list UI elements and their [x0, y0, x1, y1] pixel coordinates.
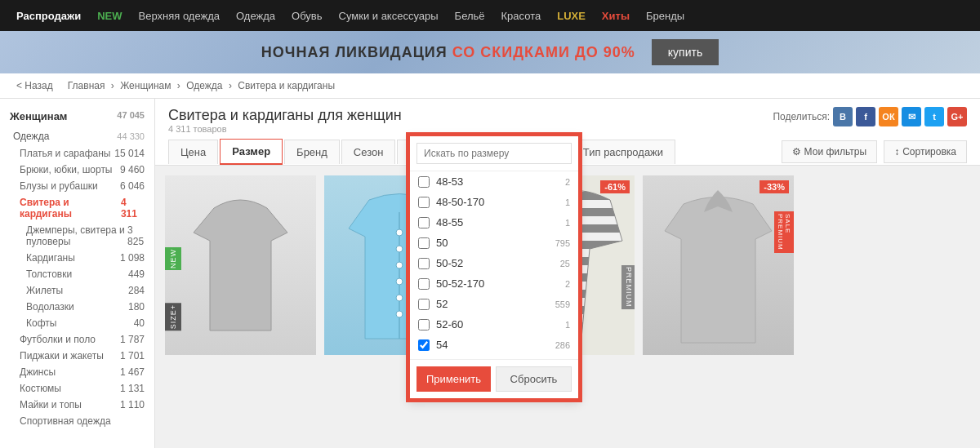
size-list-item[interactable]: 54286: [410, 335, 578, 355]
share-vk-button[interactable]: В: [833, 107, 853, 126]
banner-text: НОЧНАЯ ЛИКВИДАЦИЯ СО СКИДКАМИ ДО 90%: [261, 44, 635, 61]
page-title: Свитера и кардиганы для женщин: [168, 107, 402, 124]
nav-item-bags[interactable]: Сумки и аксессуары: [339, 10, 439, 22]
share-twitter-button[interactable]: t: [924, 107, 944, 126]
size-label-text: 48-55: [436, 216, 559, 228]
size-count-text: 286: [555, 340, 570, 350]
nav-item-new[interactable]: NEW: [97, 10, 122, 22]
size-checkbox[interactable]: [418, 176, 430, 188]
filter-tab-season[interactable]: Сезон: [341, 140, 396, 164]
product-card-1[interactable]: NEW SIZE+: [165, 175, 316, 355]
sidebar-item-sweaters[interactable]: Свитера и кардиганы 4 311: [0, 194, 154, 222]
sidebar-item-tshirts[interactable]: Футболки и поло 1 787: [0, 331, 154, 348]
svg-point-1: [396, 229, 403, 236]
size-checkbox[interactable]: [418, 339, 430, 351]
banner-buy-button[interactable]: купить: [652, 39, 719, 65]
sidebar: Женщинам 47 045 Одежда 44 330 Платья и с…: [0, 99, 155, 448]
size-list-item[interactable]: 50795: [410, 233, 578, 253]
filter-tab-sale-type[interactable]: Тип распродажи: [571, 140, 675, 164]
sidebar-item-blazers[interactable]: Пиджаки и жакеты 1 701: [0, 348, 154, 364]
filter-tab-price[interactable]: Цена: [168, 140, 218, 164]
size-search-input[interactable]: [416, 143, 572, 164]
size-count-text: 1: [565, 218, 570, 228]
product-image-1: NEW SIZE+: [165, 175, 316, 355]
content-area: Свитера и кардиганы для женщин 4 311 тов…: [155, 99, 980, 448]
sort-button[interactable]: ↕ Сортировка: [884, 140, 967, 163]
filter-tab-brand[interactable]: Бренд: [284, 140, 340, 164]
size-label-text: 48-50-170: [436, 196, 559, 208]
size-list-item[interactable]: 50-52-1702: [410, 273, 578, 294]
nav-item-outerwear[interactable]: Верхняя одежда: [139, 10, 220, 22]
nav-item-lingerie[interactable]: Бельё: [455, 10, 485, 22]
size-list-item[interactable]: 48-532: [410, 171, 578, 192]
share-fb-button[interactable]: f: [856, 107, 875, 126]
top-navigation: Распродажи NEW Верхняя одежда Одежда Обу…: [0, 0, 980, 31]
size-label-text: 48-53: [436, 175, 559, 188]
size-list-item[interactable]: 52-601: [410, 314, 578, 335]
size-list-item[interactable]: 48-551: [410, 212, 578, 233]
nav-item-luxe[interactable]: LUXE: [557, 10, 586, 22]
share-label: Поделиться:: [773, 111, 830, 122]
svg-point-3: [396, 262, 403, 268]
apply-filter-button[interactable]: Применить: [416, 366, 491, 392]
size-count-text: 795: [555, 238, 570, 248]
sidebar-item-blouses[interactable]: Блузы и рубашки 6 046: [0, 178, 154, 194]
size-list-item[interactable]: 50-5225: [410, 253, 578, 273]
sidebar-item-clothes[interactable]: Одежда 44 330: [0, 127, 154, 145]
size-list: 48-53248-50-170148-5515079550-522550-52-…: [410, 171, 578, 359]
svg-point-4: [396, 278, 403, 285]
breadcrumb: < Назад Главная › Женщинам › Одежда › Св…: [0, 73, 980, 99]
nav-item-sale[interactable]: Распродажи: [16, 10, 81, 22]
sidebar-item-jeans[interactable]: Джинсы 1 467: [0, 364, 154, 380]
sidebar-item-tops[interactable]: Майки и топы 1 110: [0, 397, 154, 413]
share-mail-button[interactable]: ✉: [902, 107, 921, 126]
breadcrumb-back[interactable]: < Назад: [16, 80, 53, 91]
nav-item-shoes[interactable]: Обувь: [292, 10, 322, 22]
sidebar-item-vests[interactable]: Жилеты 284: [0, 282, 154, 299]
svg-point-2: [396, 246, 403, 252]
nav-item-clothes[interactable]: Одежда: [236, 10, 275, 22]
breadcrumb-clothes[interactable]: Одежда: [186, 80, 222, 91]
filter-actions: ⚙ Мои фильтры ↕ Сортировка: [782, 140, 967, 163]
nav-item-brands[interactable]: Бренды: [646, 10, 684, 22]
sidebar-item-kofty[interactable]: Кофты 40: [0, 315, 154, 331]
size-checkbox[interactable]: [418, 299, 430, 310]
sidebar-item-trousers[interactable]: Брюки, юбки, шорты 9 460: [0, 162, 154, 178]
svg-point-6: [396, 311, 403, 317]
sidebar-item-dresses[interactable]: Платья и сарафаны 15 014: [0, 145, 154, 162]
sidebar-item-hoodies[interactable]: Толстовки 449: [0, 266, 154, 282]
size-list-item[interactable]: 48-50-1701: [410, 192, 578, 212]
sidebar-item-suits[interactable]: Костюмы 1 131: [0, 380, 154, 397]
sidebar-item-sports[interactable]: Спортивная одежда: [0, 413, 154, 429]
size-count-text: 559: [555, 299, 570, 309]
product-card-4[interactable]: -33% SALEPREMIUM: [643, 175, 794, 355]
size-filter-dropdown: 48-53248-50-170148-5515079550-522550-52-…: [408, 135, 580, 400]
breadcrumb-women[interactable]: Женщинам: [120, 80, 171, 91]
filter-tab-size[interactable]: Размер: [220, 139, 283, 165]
size-checkbox[interactable]: [418, 278, 430, 290]
my-filters-button[interactable]: ⚙ Мои фильтры: [782, 140, 878, 163]
sort-icon: ↕: [894, 146, 899, 157]
sidebar-item-cardigans[interactable]: Кардиганы 1 098: [0, 250, 154, 266]
svg-point-5: [396, 295, 403, 301]
size-count-text: 2: [565, 279, 570, 289]
size-count-text: 1: [565, 320, 570, 330]
size-list-item[interactable]: 52559: [410, 294, 578, 314]
size-label-text: 52-60: [436, 318, 559, 330]
size-checkbox[interactable]: [418, 197, 430, 208]
filter-icon: ⚙: [792, 146, 801, 157]
sidebar-item-jumpers[interactable]: Джемперы, свитера и пуловеры 3 825: [0, 222, 154, 250]
main-layout: Женщинам 47 045 Одежда 44 330 Платья и с…: [0, 99, 980, 448]
size-checkbox[interactable]: [418, 258, 430, 269]
share-gplus-button[interactable]: G+: [947, 107, 967, 126]
size-checkbox[interactable]: [418, 217, 430, 228]
share-ok-button[interactable]: ОК: [879, 107, 898, 126]
nav-item-hits[interactable]: Хиты: [602, 10, 630, 22]
nav-item-beauty[interactable]: Красота: [501, 10, 541, 22]
reset-filter-button[interactable]: Сбросить: [496, 366, 572, 392]
sidebar-item-turtlenecks[interactable]: Водолазки 180: [0, 299, 154, 315]
size-checkbox[interactable]: [418, 319, 430, 330]
breadcrumb-home[interactable]: Главная: [68, 80, 105, 91]
size-label-text: 50-52-170: [436, 277, 559, 290]
size-checkbox[interactable]: [418, 237, 430, 249]
